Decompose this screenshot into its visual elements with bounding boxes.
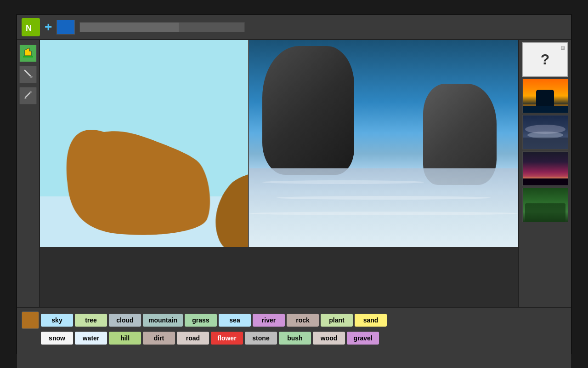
label-sand[interactable]: sand bbox=[355, 314, 387, 327]
fill-icon bbox=[23, 47, 33, 60]
label-snow[interactable]: snow bbox=[41, 332, 73, 345]
label-flower[interactable]: flower bbox=[211, 332, 243, 345]
thumbnail-sunset2[interactable] bbox=[522, 151, 568, 186]
label-gravel[interactable]: gravel bbox=[347, 332, 379, 345]
right-panel: ? ⚄ bbox=[518, 40, 571, 307]
label-plant[interactable]: plant bbox=[321, 314, 353, 327]
active-color-chip[interactable] bbox=[22, 311, 39, 329]
label-bush[interactable]: bush bbox=[279, 332, 311, 345]
label-rock[interactable]: rock bbox=[287, 314, 319, 327]
labels-row2-container: snow water hill dirt road flower stone b… bbox=[41, 332, 566, 345]
random-thumbnail[interactable]: ? ⚄ bbox=[522, 42, 568, 77]
label-grass[interactable]: grass bbox=[185, 314, 217, 327]
thumbnail-clouds[interactable] bbox=[522, 115, 568, 150]
preview-area bbox=[249, 40, 518, 247]
color-swatch[interactable] bbox=[57, 20, 75, 34]
fill-tool-button[interactable] bbox=[19, 45, 37, 62]
brush-icon bbox=[23, 69, 33, 81]
thumbnail-sunset[interactable] bbox=[522, 79, 568, 113]
label-road[interactable]: road bbox=[177, 332, 209, 345]
toolbar: N + bbox=[17, 15, 571, 40]
label-tree[interactable]: tree bbox=[75, 314, 107, 327]
pencil-tool-button[interactable] bbox=[19, 87, 37, 104]
question-mark: ? bbox=[541, 51, 550, 68]
nvidia-logo: N bbox=[22, 18, 40, 36]
svg-text:N: N bbox=[26, 23, 32, 33]
label-hill[interactable]: hill bbox=[109, 332, 141, 345]
label-dirt[interactable]: dirt bbox=[143, 332, 175, 345]
label-mountain[interactable]: mountain bbox=[143, 314, 183, 327]
svg-marker-7 bbox=[24, 98, 27, 99]
labels-row1: sky tree cloud mountain grass sea river … bbox=[41, 314, 387, 327]
pencil-icon bbox=[23, 90, 33, 102]
palette-row: sky tree cloud mountain grass sea river … bbox=[22, 311, 566, 329]
dice-dots: ⚄ bbox=[561, 46, 565, 51]
rock-left bbox=[262, 46, 354, 175]
brush-tool-button[interactable] bbox=[19, 66, 37, 83]
thumbnail-nature[interactable] bbox=[522, 188, 568, 222]
progress-bar bbox=[79, 22, 245, 32]
label-sea[interactable]: sea bbox=[219, 314, 251, 327]
label-water[interactable]: water bbox=[75, 332, 107, 345]
progress-fill bbox=[80, 23, 179, 32]
svg-marker-2 bbox=[25, 48, 31, 56]
drawing-canvas[interactable] bbox=[40, 40, 248, 247]
svg-rect-3 bbox=[23, 56, 33, 58]
drawing-canvas-area[interactable] bbox=[40, 40, 249, 247]
app-window: N + bbox=[16, 14, 572, 354]
preview-scene bbox=[249, 40, 518, 247]
svg-line-6 bbox=[25, 92, 31, 98]
svg-point-5 bbox=[30, 76, 33, 78]
svg-line-4 bbox=[25, 70, 30, 76]
label-sky[interactable]: sky bbox=[41, 314, 73, 327]
water-surface bbox=[249, 168, 518, 247]
label-river[interactable]: river bbox=[253, 314, 285, 327]
add-button[interactable]: + bbox=[45, 20, 52, 34]
label-cloud[interactable]: cloud bbox=[109, 314, 141, 327]
label-stone[interactable]: stone bbox=[245, 332, 277, 345]
bottom-palette: sky tree cloud mountain grass sea river … bbox=[17, 307, 571, 368]
left-toolbar bbox=[17, 40, 40, 307]
main-content: ? ⚄ bbox=[17, 40, 571, 307]
label-wood[interactable]: wood bbox=[313, 332, 345, 345]
